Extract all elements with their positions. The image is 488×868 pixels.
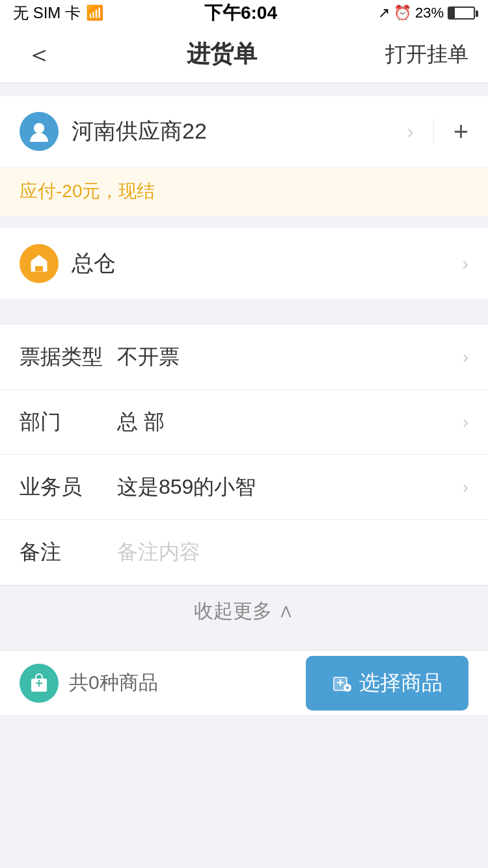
empty-area [0,715,488,868]
person-icon [27,120,51,143]
remark-label: 备注 [20,538,111,567]
warehouse-name: 总仓 [72,249,462,278]
department-label: 部门 [20,408,111,437]
back-button[interactable]: ＜ [20,30,59,79]
supplier-avatar [20,112,59,151]
department-value: 总 部 [111,408,463,437]
salesperson-chevron-icon: › [463,477,468,498]
svg-point-0 [34,123,44,133]
warehouse-chevron-icon: › [462,252,468,275]
select-product-button[interactable]: 选择商品 [306,656,468,711]
page-title: 进货单 [187,38,257,70]
location-icon: ↗ [378,5,390,21]
battery-icon [448,7,475,20]
warehouse-row[interactable]: 总仓 › [0,228,488,299]
add-product-icon [332,673,351,693]
shopping-bag-icon [28,672,50,694]
warehouse-icon [27,252,51,275]
separator-2 [0,215,488,228]
department-row[interactable]: 部门 总 部 › [0,390,488,455]
supplier-row[interactable]: 河南供应商22 › + [0,96,488,167]
separator-4 [0,637,488,650]
status-bar: 无 SIM 卡 📶 下午6:04 ↗ ⏰ 23% [0,0,488,26]
supplier-chevron-icon: › [407,120,414,142]
wifi-icon: 📶 [86,5,103,21]
product-count-icon [20,664,59,703]
salesperson-label: 业务员 [20,473,111,502]
remark-input[interactable]: 备注内容 [111,538,468,567]
product-count-area: 共0种商品 [20,664,158,703]
bottom-bar: 共0种商品 选择商品 [0,650,488,715]
supplier-section: 河南供应商22 › + 应付-20元，现结 [0,96,488,215]
collapse-button[interactable]: 收起更多 ∧ [0,585,488,637]
invoice-type-chevron-icon: › [463,347,468,368]
salesperson-row[interactable]: 业务员 这是859的小智 › [0,455,488,520]
open-hangup-button[interactable]: 打开挂单 [385,40,468,69]
warehouse-avatar [20,244,59,283]
add-supplier-button[interactable]: + [454,117,468,146]
remark-row[interactable]: 备注 备注内容 [0,520,488,585]
alarm-icon: ⏰ [394,5,411,21]
select-product-label: 选择商品 [359,669,442,698]
carrier-text: 无 SIM 卡 [13,3,81,23]
salesperson-value: 这是859的小智 [111,473,463,502]
invoice-type-row[interactable]: 票据类型 不开票 › [0,325,488,390]
nav-bar: ＜ 进货单 打开挂单 [0,26,488,83]
status-time: 下午6:04 [204,1,277,25]
vertical-divider [433,118,434,144]
department-chevron-icon: › [463,412,468,433]
warehouse-section[interactable]: 总仓 › [0,228,488,299]
form-section: 票据类型 不开票 › 部门 总 部 › 业务员 这是859的小智 › 备注 备注… [0,325,488,585]
product-count-text: 共0种商品 [69,670,158,696]
notice-banner: 应付-20元，现结 [0,167,488,215]
supplier-name: 河南供应商22 [72,116,407,146]
invoice-type-label: 票据类型 [20,343,111,372]
status-left: 无 SIM 卡 📶 [13,3,103,23]
collapse-label: 收起更多 ∧ [194,598,293,625]
separator-3 [0,299,488,312]
status-right: ↗ ⏰ 23% [378,5,475,21]
invoice-type-value: 不开票 [111,343,463,372]
separator-1 [0,83,488,96]
battery-percent: 23% [415,5,444,21]
notice-text: 应付-20元，现结 [20,181,155,201]
svg-rect-1 [35,266,43,271]
